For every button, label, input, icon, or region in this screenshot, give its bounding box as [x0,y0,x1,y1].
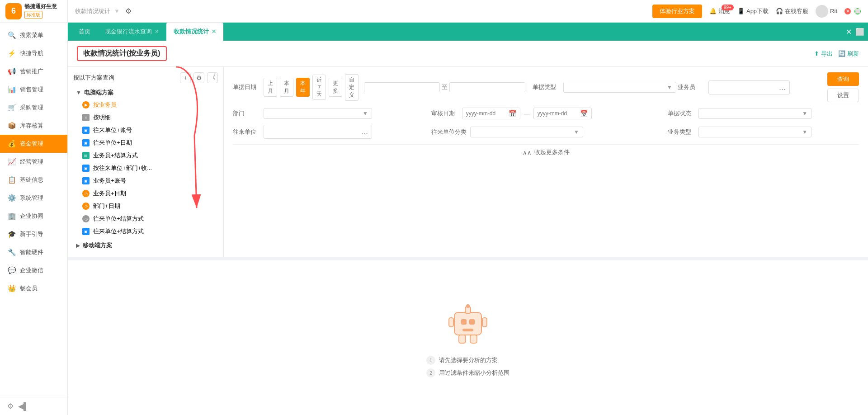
scheme-item-by-unit-dept[interactable]: ▣ 按往来单位+部门+收... [73,162,218,174]
scheme-item-by-unit-account[interactable]: ▣ 往来单位+账号 [73,124,218,137]
audit-date-to-box[interactable]: 📅 [533,108,592,119]
mobile-group-arrow-icon: ▶ [76,242,80,249]
breadcrumb-text: 收款情况统计 [75,7,110,15]
topbar-settings-icon[interactable]: ⚙ [125,7,132,15]
user-area[interactable]: Rit [816,5,837,18]
scheme-item-by-salesperson-account[interactable]: ▣ 业务员+账号 [73,174,218,187]
sidebar-item-search[interactable]: 🔍 搜索菜单 [0,26,67,44]
wechat-icon: 💬 [7,266,16,275]
tab-collection[interactable]: 收款情况统计 ✕ [166,23,223,41]
filter-item-date: 单据日期 上月 本月 本年 近7天 更多 自定义 2023-01-01 至 20 [233,74,525,101]
app-download-link[interactable]: 📱 App下载 [737,7,769,15]
search-nav-icon: 🔍 [7,31,16,40]
audit-date-label: 审核日期 [431,109,458,118]
scheme-item-by-salesperson-date[interactable]: ◷ 业务员+日期 [73,187,218,200]
scheme-item-by-unit-settle1[interactable]: ◷ 往来单位+结算方式 [73,212,218,225]
sidebar-item-inventory[interactable]: 📦 库存核算 [0,117,67,135]
sidebar-item-base-info[interactable]: 📋 基础信息 [0,171,67,189]
scheme-item-by-detail[interactable]: ≡ 按明细 [73,111,218,124]
purchase-icon: 🛒 [7,103,16,112]
online-service-link[interactable]: 🎧 在线客服 [776,7,808,15]
sidebar-item-sales[interactable]: 📊 销售管理 [0,80,67,99]
scheme-item-icon: ▶ [82,101,90,108]
sidebar-item-quick-nav[interactable]: ⚡ 快捷导航 [0,44,67,62]
settings-footer-icon[interactable]: ⚙ [7,402,14,410]
salesperson-more-icon[interactable]: ... [779,83,786,92]
dept-select[interactable]: ▼ [264,108,372,119]
sidebar: 6 畅捷通好生意 标准版 🔍 搜索菜单 ⚡ 快捷导航 📢 营销推广 📊 销售管理… [0,0,68,415]
biz-type-arrow-icon: ▼ [802,129,807,135]
sidebar-item-system[interactable]: ⚙️ 系统管理 [0,189,67,207]
scheme-item-by-salesperson[interactable]: ▶ 按业务员 [73,99,218,111]
tab-collection-close-icon[interactable]: ✕ [212,28,216,35]
breadcrumb: 收款情况统计 ▼ [75,7,120,15]
tab-bank-flow[interactable]: 现金银行流水查询 ✕ [98,23,166,41]
refresh-icon: 🔄 [838,50,845,57]
date-btn-this-year[interactable]: 本年 [296,78,310,97]
empty-step-1: 1 请先选择要分析的方案 [426,356,509,365]
breadcrumb-arrow-icon: ▼ [114,8,120,14]
tab-restore-icon[interactable]: ⬜ [855,28,864,36]
audit-date-to-input[interactable] [538,110,578,117]
tab-bank-flow-close-icon[interactable]: ✕ [155,28,159,35]
scheme-add-button[interactable]: + [180,72,191,83]
sidebar-item-finance[interactable]: 💰 资金管理 [0,135,67,153]
counterpart-category-select[interactable]: ▼ [470,127,583,137]
messages-icon[interactable]: 🔔 消息 99+ [709,7,730,15]
collapse-footer-icon[interactable]: ◀▌ [18,402,28,410]
scheme-item-by-salesperson-settle[interactable]: ▤ 业务员+结算方式 [73,149,218,162]
doc-status-select[interactable]: ▼ [698,108,811,119]
mobile-group-label: 移动端方案 [83,241,112,250]
tab-close-icon[interactable]: ✕ [846,28,852,36]
counterpart-more-icon[interactable]: ... [361,127,368,137]
biz-type-select[interactable]: ▼ [698,127,811,137]
scheme-item-by-unit-settle2[interactable]: ▣ 往来单位+结算方式 [73,225,218,238]
date-from-input[interactable]: 2023-01-01 [364,82,440,92]
counterpart-select[interactable]: ... [264,125,372,139]
query-button[interactable]: 查询 [827,72,859,86]
sidebar-item-marketing[interactable]: 📢 营销推广 [0,62,67,80]
window-maximize-button[interactable]: ⬜ [854,8,861,14]
scheme-item-icon: ◷ [82,215,90,222]
date-btn-more[interactable]: 更多 [329,78,342,97]
audit-date-from-box[interactable]: 📅 [462,108,520,119]
trial-button[interactable]: 体验行业方案 [652,5,702,18]
sidebar-item-wechat[interactable]: 💬 企业微信 [0,261,67,279]
sidebar-item-enterprise[interactable]: 🏢 企业协同 [0,207,67,225]
sidebar-item-guide[interactable]: 🎓 新手引导 [0,225,67,243]
date-to-input[interactable]: 2023-12-31 [449,82,525,92]
scheme-item-label: 往来单位+日期 [93,139,132,147]
calendar-to-icon[interactable]: 📅 [580,110,588,117]
collapse-up-icon: ∧∧ [523,149,532,156]
calendar-from-icon[interactable]: 📅 [509,110,516,117]
doc-status-label: 单据状态 [668,109,695,118]
audit-date-from-input[interactable] [466,110,507,117]
date-btn-7days[interactable]: 近7天 [312,75,326,100]
tab-home[interactable]: 首页 [71,23,98,41]
sidebar-item-operations[interactable]: 📈 经营管理 [0,153,67,171]
sidebar-item-label: 库存核算 [20,122,43,130]
date-btn-last-month[interactable]: 上月 [264,78,277,97]
inventory-icon: 📦 [7,121,16,130]
export-button[interactable]: ⬆ 导出 [814,50,833,58]
scheme-settings-button[interactable]: ⚙ [193,72,204,83]
refresh-button[interactable]: 🔄 刷新 [838,50,859,58]
scheme-collapse-button[interactable]: 《 [207,72,218,83]
setting-button[interactable]: 设置 [827,89,859,102]
filter-item-salesperson: 业务员 ... [678,80,816,94]
sidebar-item-member[interactable]: 👑 畅会员 [0,279,67,297]
sidebar-item-smart-hw[interactable]: 🔧 智能硬件 [0,243,67,261]
scheme-item-by-dept-date[interactable]: ◷ 部门+日期 [73,200,218,212]
app-download-icon: 📱 [737,8,745,14]
doc-type-select[interactable]: ▼ [563,82,676,93]
mobile-scheme-group[interactable]: ▶ 移动端方案 [73,240,218,251]
salesperson-select[interactable]: ... [708,80,790,94]
window-close-button[interactable]: ✕ [844,8,851,14]
sidebar-item-purchase[interactable]: 🛒 采购管理 [0,99,67,117]
scheme-item-by-unit-date[interactable]: ▣ 往来单位+日期 [73,137,218,149]
filter-item-dept: 部门 ▼ [233,108,424,119]
date-btn-custom[interactable]: 自定义 [345,74,359,101]
collapse-more-button[interactable]: ∧∧ 收起更多条件 [233,144,859,160]
date-btn-this-month[interactable]: 本月 [280,78,293,97]
desktop-group-header[interactable]: ▼ 电脑端方案 [73,87,218,99]
